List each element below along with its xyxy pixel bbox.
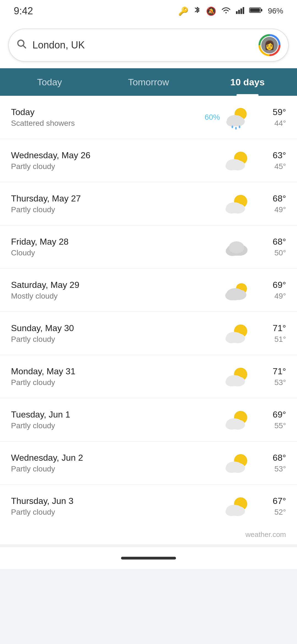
temp-high: 63° xyxy=(256,150,286,160)
row-condition: Partly cloudy xyxy=(11,378,223,387)
row-temps: 68° 53° xyxy=(256,453,286,473)
row-temps: 69° 49° xyxy=(256,280,286,301)
tab-tomorrow[interactable]: Tomorrow xyxy=(99,68,198,96)
svg-point-39 xyxy=(231,376,245,386)
svg-point-27 xyxy=(229,241,244,253)
row-day: Today xyxy=(11,107,205,117)
status-time: 9:42 xyxy=(14,5,33,17)
row-left: Friday, May 28 Cloudy xyxy=(11,237,223,257)
search-query: London, UK xyxy=(32,39,253,51)
weather-row[interactable]: Saturday, May 29 Mostly cloudy 69° 49° xyxy=(0,269,297,312)
home-bar xyxy=(0,547,297,569)
weather-row[interactable]: Tuesday, Jun 1 Partly cloudy 69° 55° xyxy=(0,398,297,441)
row-left: Today Scattered showers xyxy=(11,107,205,128)
row-temps: 68° 50° xyxy=(256,237,286,257)
row-middle xyxy=(223,147,250,174)
svg-point-31 xyxy=(231,290,246,300)
temp-high: 68° xyxy=(256,237,286,247)
temp-low: 55° xyxy=(256,421,286,430)
status-bar: 9:42 🔑 🔕 xyxy=(0,0,297,22)
svg-point-15 xyxy=(239,125,240,128)
avatar[interactable]: 👩 xyxy=(258,34,280,56)
weather-row[interactable]: Thursday, May 27 Partly cloudy 68° 49° xyxy=(0,182,297,225)
row-day: Thursday, May 27 xyxy=(11,193,223,204)
weather-icon-partly-cloudy xyxy=(223,406,250,433)
temp-high: 59° xyxy=(256,107,286,117)
temp-high: 69° xyxy=(256,280,286,290)
weather-row[interactable]: Today Scattered showers 60% 59° 44 xyxy=(0,96,297,139)
row-middle xyxy=(223,492,250,520)
temp-low: 49° xyxy=(256,205,286,214)
row-middle xyxy=(223,276,250,304)
status-icons: 🔑 🔕 xyxy=(178,5,283,17)
temp-low: 52° xyxy=(256,508,286,517)
row-day: Monday, May 31 xyxy=(11,366,223,376)
weather-icon-partly-cloudy xyxy=(223,190,250,217)
svg-line-8 xyxy=(23,45,26,48)
svg-rect-2 xyxy=(240,8,242,14)
weather-row[interactable]: Wednesday, Jun 2 Partly cloudy 68° 53° xyxy=(0,441,297,485)
temp-low: 49° xyxy=(256,292,286,301)
svg-point-47 xyxy=(231,463,245,473)
weather-row[interactable]: Monday, May 31 Partly cloudy 71° 53° xyxy=(0,355,297,398)
row-left: Wednesday, Jun 2 Partly cloudy xyxy=(11,453,223,473)
svg-rect-5 xyxy=(250,8,260,12)
row-condition: Cloudy xyxy=(11,249,223,257)
weather-row[interactable]: Wednesday, May 26 Partly cloudy 63° 45° xyxy=(0,139,297,182)
svg-point-14 xyxy=(235,127,237,130)
svg-rect-6 xyxy=(261,9,262,12)
row-condition: Partly cloudy xyxy=(11,465,223,473)
row-condition: Mostly cloudy xyxy=(11,292,223,301)
search-bar[interactable]: London, UK 👩 xyxy=(8,29,289,62)
home-pill xyxy=(121,557,176,560)
weather-icon-partly-cloudy xyxy=(223,449,250,477)
tab-today[interactable]: Today xyxy=(0,68,99,96)
row-middle xyxy=(223,233,250,261)
row-condition: Partly cloudy xyxy=(11,162,223,171)
svg-rect-1 xyxy=(238,10,240,14)
search-container: London, UK 👩 xyxy=(0,22,297,68)
avatar-image: 👩 xyxy=(260,36,279,54)
temp-low: 45° xyxy=(256,162,286,171)
weather-row[interactable]: Sunday, May 30 Partly cloudy 71° 51° xyxy=(0,312,297,355)
svg-point-23 xyxy=(231,204,245,214)
key-icon: 🔑 xyxy=(178,6,188,16)
row-middle xyxy=(223,190,250,217)
weather-row[interactable]: Friday, May 28 Cloudy 68° 50° xyxy=(0,225,297,269)
temp-high: 68° xyxy=(256,453,286,463)
row-temps: 68° 49° xyxy=(256,193,286,214)
bluetooth-icon xyxy=(193,5,201,17)
row-left: Thursday, Jun 3 Partly cloudy xyxy=(11,496,223,517)
temp-low: 53° xyxy=(256,378,286,387)
svg-point-13 xyxy=(232,125,233,128)
row-day: Sunday, May 30 xyxy=(11,323,223,333)
row-middle xyxy=(223,320,250,347)
weather-list: Today Scattered showers 60% 59° 44 xyxy=(0,96,297,528)
row-day: Tuesday, Jun 1 xyxy=(11,410,223,420)
row-day: Thursday, Jun 3 xyxy=(11,496,223,506)
row-day: Saturday, May 29 xyxy=(11,280,223,290)
temp-high: 67° xyxy=(256,496,286,506)
temp-low: 44° xyxy=(256,119,286,128)
row-temps: 71° 51° xyxy=(256,323,286,344)
weather-icon-mostly-cloudy xyxy=(223,276,250,304)
weather-icon-partly-cloudy-rain xyxy=(223,103,250,131)
row-day: Wednesday, Jun 2 xyxy=(11,453,223,463)
signal-icon xyxy=(236,6,244,16)
row-middle: 60% xyxy=(205,103,250,131)
precip-pct: 60% xyxy=(205,113,220,122)
weather-row[interactable]: Thursday, Jun 3 Partly cloudy 67° 52° xyxy=(0,485,297,528)
temp-low: 51° xyxy=(256,335,286,344)
tab-10days[interactable]: 10 days xyxy=(198,68,297,96)
temp-high: 68° xyxy=(256,193,286,204)
row-left: Saturday, May 29 Mostly cloudy xyxy=(11,280,223,301)
wifi-icon xyxy=(221,6,231,16)
temp-high: 71° xyxy=(256,366,286,376)
temp-low: 50° xyxy=(256,249,286,257)
svg-point-19 xyxy=(231,160,245,170)
weather-icon-cloudy xyxy=(223,233,250,261)
row-temps: 63° 45° xyxy=(256,150,286,171)
svg-rect-0 xyxy=(236,11,238,14)
row-day: Wednesday, May 26 xyxy=(11,150,223,160)
row-condition: Partly cloudy xyxy=(11,335,223,344)
